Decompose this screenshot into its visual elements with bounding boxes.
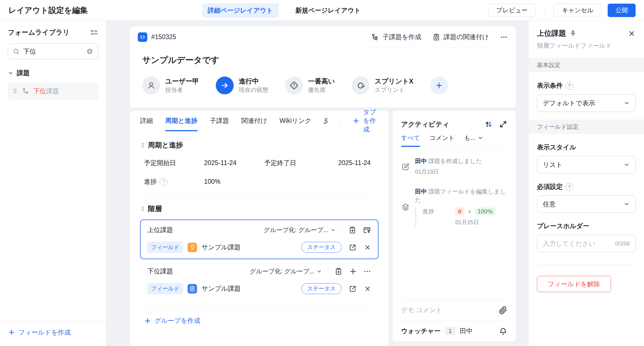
tab-detail-page-layout[interactable]: 詳細ページレイアウト <box>202 3 279 18</box>
help-icon[interactable]: ? <box>565 183 573 191</box>
activity-user[interactable]: 田中 <box>415 158 427 164</box>
status-pill[interactable]: ステータス <box>301 283 342 294</box>
chevron-down-icon <box>624 201 630 207</box>
field-chip-status[interactable]: 進行中現在の状態 <box>216 77 268 94</box>
tab-subissues[interactable]: 子課題 <box>210 111 229 131</box>
grouping-dropdown[interactable]: グループ化: グループ... <box>264 226 336 234</box>
activity-tabs: すべて コメント も... <box>401 134 507 147</box>
drag-handle-icon[interactable] <box>12 88 18 94</box>
group-card-parent-issue[interactable]: 上位課題 グループ化: グループ... <box>140 219 378 259</box>
library-field-item[interactable]: 下位課題 <box>8 83 98 99</box>
collapse-panel-icon[interactable] <box>90 28 98 37</box>
library-section-issues[interactable]: 課題 <box>8 69 98 77</box>
activity-feed: 田中 課題を作成しました 01月23日 田中 課題フィールドを編集しました <box>401 157 507 226</box>
remove-field-button[interactable]: フィールドを解除 <box>537 276 611 292</box>
comment-input-row: デモ コメント <box>401 299 507 321</box>
chevron-down-icon <box>8 70 13 76</box>
placeholder-input[interactable] <box>543 240 612 247</box>
library-item-label: 下位課題 <box>33 87 59 96</box>
field-chip-sprint[interactable]: スプリントXスプリント <box>352 77 413 94</box>
tab-cycle-progress[interactable]: 周期と進捗 <box>165 111 198 131</box>
section-basic-settings: 基本設定 <box>529 58 644 72</box>
sample-issue-name[interactable]: サンプル課題 <box>202 243 241 252</box>
add-item-icon[interactable] <box>349 267 357 276</box>
create-group-button[interactable]: グループを作成 <box>144 316 200 325</box>
clipboard-add-icon[interactable] <box>334 267 343 276</box>
tab-more[interactable]: も... <box>464 134 484 147</box>
search-input[interactable] <box>23 48 83 55</box>
doc-icon <box>188 284 197 293</box>
drag-handle-icon[interactable] <box>140 206 146 212</box>
display-condition-label: 表示条件 <box>537 81 563 90</box>
preview-button[interactable]: プレビュー <box>488 4 536 17</box>
library-search[interactable] <box>8 44 98 59</box>
group-actions-divider <box>342 226 342 234</box>
group-actions-divider <box>328 267 328 276</box>
group-card-child-issue[interactable]: 下位課題 グループ化: グループ... <box>140 261 378 300</box>
clear-search-icon[interactable] <box>86 48 93 55</box>
field-chip-priority[interactable]: 一番高い優先度 <box>285 77 335 94</box>
display-style-label: 表示スタイル <box>537 143 576 152</box>
tab-new-page-layout[interactable]: 新規ページレイアウト <box>290 3 366 18</box>
placeholder-input-wrap: 0/256 <box>537 235 636 252</box>
topbar-actions: プレビュー キャンセル 公開 <box>488 4 636 17</box>
drag-handle-icon[interactable] <box>140 142 146 148</box>
grouping-dropdown[interactable]: グループ化: グループ... <box>250 267 322 276</box>
display-style-select[interactable]: リスト <box>537 156 636 173</box>
tab-links[interactable]: 関連付け <box>242 111 267 131</box>
tab-wiki-links[interactable]: Wikiリンク <box>280 111 311 131</box>
required-setting-select[interactable]: 任意 <box>537 195 636 213</box>
activity-date: 01月25日 <box>455 219 507 226</box>
create-subissue-button[interactable]: 子課題を作成 <box>371 33 421 41</box>
external-link-icon[interactable] <box>349 244 357 251</box>
help-icon[interactable]: ? <box>160 178 167 186</box>
remove-icon[interactable] <box>364 244 371 251</box>
display-condition-select[interactable]: デフォルトで表示 <box>537 94 636 112</box>
paperclip-icon[interactable] <box>499 306 507 314</box>
create-field-button[interactable]: フィールドを作成 <box>8 328 71 337</box>
link-issue-button[interactable]: 課題の関連付け <box>432 33 489 41</box>
pin-icon[interactable] <box>569 30 577 37</box>
clipboard-add-icon[interactable] <box>348 226 357 234</box>
issue-type-icon <box>138 32 147 42</box>
help-icon[interactable]: ? <box>565 82 573 90</box>
sort-icon[interactable] <box>484 120 493 128</box>
external-link-icon[interactable] <box>349 285 357 293</box>
tab-overflow[interactable]: 反 <box>324 111 328 131</box>
tab-all[interactable]: すべて <box>401 134 420 147</box>
tab-details[interactable]: 詳細 <box>140 111 153 131</box>
issue-header-card: #150325 子課題を作成 課題の関連付け <box>130 27 516 108</box>
tab-comments[interactable]: コメント <box>430 134 455 147</box>
publish-button[interactable]: 公開 <box>608 4 636 17</box>
remove-icon[interactable] <box>364 285 371 292</box>
progress-value[interactable]: 100% <box>204 178 264 185</box>
end-date-value[interactable]: 2025-11-24 <box>338 159 378 167</box>
activity-panel: アクティビティ すべて コメント も... <box>393 111 516 341</box>
comment-input[interactable]: デモ コメント <box>401 306 499 314</box>
watchers-label: ウォッチャー <box>401 327 441 335</box>
detail-tabs: 詳細 周期と進捗 子課題 関連付け Wikiリンク 反 タブを作成 <box>140 111 378 131</box>
watchers-names[interactable]: 田中 <box>460 327 473 335</box>
sample-issue-name[interactable]: サンプル課題 <box>202 284 241 293</box>
more-icon[interactable] <box>363 268 371 275</box>
library-item-rest: 課題 <box>46 87 59 95</box>
add-field-button[interactable] <box>430 77 448 94</box>
cancel-button[interactable]: キャンセル <box>554 4 602 17</box>
status-pill[interactable]: ステータス <box>301 242 342 253</box>
sprint-label: スプリント <box>375 86 413 94</box>
expand-icon[interactable] <box>499 120 507 128</box>
plus-icon <box>144 317 151 324</box>
activity-action: 課題フィールドを編集しました <box>415 188 506 203</box>
person-icon <box>142 77 160 94</box>
field-change-block: 進捗 0 100% 01月25日 <box>415 207 507 226</box>
card-filter-icon[interactable] <box>363 226 371 234</box>
start-date-value[interactable]: 2025-11-24 <box>204 159 264 167</box>
activity-user[interactable]: 田中 <box>415 188 427 195</box>
issue-title[interactable]: サンプルデータです <box>142 54 503 66</box>
bell-icon[interactable] <box>499 327 507 335</box>
field-chip-assignee[interactable]: ユーザー甲担当者 <box>142 77 199 94</box>
create-tab-button[interactable]: タブを作成 <box>352 108 378 134</box>
layout-tabs: 詳細ページレイアウト 新規ページレイアウト <box>202 0 366 21</box>
more-icon[interactable] <box>500 33 508 41</box>
close-icon[interactable] <box>628 30 636 37</box>
